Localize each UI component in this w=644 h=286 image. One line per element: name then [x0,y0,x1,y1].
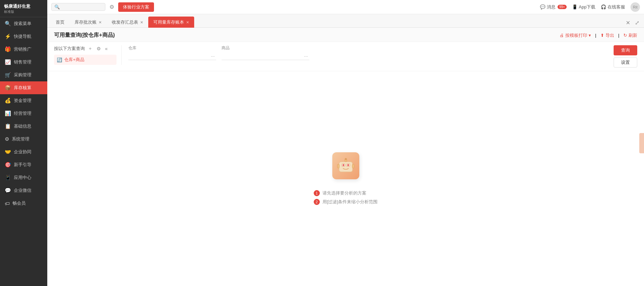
svg-point-3 [342,164,344,166]
refresh-label: 刷新 [628,32,637,38]
warehouse-more-icon[interactable]: ··· [211,53,215,59]
sidebar-item-basic-info[interactable]: 📋基础信息 [0,120,47,133]
tab-label-home: 首页 [56,19,65,25]
industry-solution-button[interactable]: 体验行业方案 [118,2,154,12]
tab-close-collect-summary[interactable]: ✕ [140,20,143,25]
sidebar-item-enterprise[interactable]: 🤝企业协同 [0,146,47,158]
goods-label: 商品 [222,45,309,51]
app-download-button[interactable]: 📱 App下载 [572,4,595,10]
page-title: 可用量查询(按仓库+商品) [54,32,115,39]
query-scheme-panel: 按以下方案查询 ＋ ⚙ « 🔄 仓库+商品 [54,45,122,65]
sidebar-item-label: 库存核算 [14,85,31,91]
customer-service-label: 在线客服 [608,4,625,10]
goods-more-icon[interactable]: ··· [304,53,308,59]
add-scheme-button[interactable]: ＋ [87,45,94,52]
sidebar-item-sales[interactable]: 📈销售管理 [0,56,47,69]
warehouse-input[interactable] [130,54,209,59]
warehouse-input-wrap[interactable]: ··· [128,52,216,60]
scheme-header-label: 按以下方案查询 [54,46,85,52]
newbie-icon: 🎯 [5,162,11,168]
close-tab-button[interactable]: ✕ [624,18,632,27]
search-icon: 🔍 [5,21,11,27]
tab-home[interactable]: 首页 [51,17,70,28]
tab-close-available-qty[interactable]: ✕ [186,20,189,25]
robot-icon [336,156,356,176]
system-icon: ⚙ [5,136,9,142]
action-buttons: 查询 设置 [608,45,637,68]
query-scheme-header: 按以下方案查询 ＋ ⚙ « [54,45,117,55]
tab-close-batch-ledger[interactable]: ✕ [99,20,102,25]
export-button[interactable]: ⬆ 导出 [600,32,614,38]
tab-label-batch-ledger: 库存批次账 [75,19,97,25]
goods-input-wrap[interactable]: ··· [222,52,309,60]
svg-point-6 [345,158,347,160]
notifications-button[interactable]: 💬 消息 99+ [540,4,567,10]
sidebar-item-label: 畅会员 [12,200,26,206]
sidebar-item-operations[interactable]: 📊经营管理 [0,107,47,120]
operations-icon: 📊 [5,110,11,116]
scheme-item-warehouse-goods[interactable]: 🔄 仓库+商品 [54,55,117,65]
export-label: 导出 [606,32,614,38]
main-area: 🔍 ⚙ 体验行业方案 💬 消息 99+ 📱 App下载 🎧 在线客服 Rit [47,0,644,286]
query-settings-button[interactable]: 设置 [614,57,637,68]
content-area: 可用量查询(按仓库+商品) 🖨 按模板打印 ▾ | ⬆ 导出 | ↻ 刷新 [47,28,644,286]
sidebar-item-inventory[interactable]: 📦库存核算 [0,81,47,94]
marketing-promo-icon: 🎁 [5,46,11,52]
topbar: 🔍 ⚙ 体验行业方案 💬 消息 99+ 📱 App下载 🎧 在线客服 Rit [47,0,644,14]
empty-hint-1: 1 请先选择要分析的方案 [314,190,378,196]
settings-icon[interactable]: ⚙ [108,2,115,11]
page-header-actions: 🖨 按模板打印 ▾ | ⬆ 导出 | ↻ 刷新 [560,32,637,38]
sidebar-item-search[interactable]: 🔍搜索菜单 [0,17,47,30]
avatar-text: Rit [633,5,637,9]
avatar[interactable]: Rit [630,2,640,12]
empty-illustration [329,152,363,186]
app-download-label: App下载 [579,4,595,10]
sidebar-item-label: 营销推广 [14,46,31,52]
headset-icon: 🎧 [601,4,606,9]
sidebar-item-newbie[interactable]: 🎯新手引导 [0,158,47,171]
svg-point-4 [347,164,349,166]
tab-collect-summary[interactable]: 收发存汇总表✕ [107,17,148,28]
chevron-down-icon: ▾ [589,33,591,38]
tabbar-actions: ✕ ⤢ [621,18,644,27]
goods-input[interactable] [223,54,303,59]
refresh-button[interactable]: ↻ 刷新 [623,32,637,38]
sidebar-item-label: 系统管理 [12,136,29,142]
sidebar-item-system[interactable]: ⚙系统管理 [0,133,47,146]
sales-icon: 📈 [5,59,11,65]
export-icon: ⬆ [600,33,604,38]
query-button[interactable]: 查询 [614,45,637,55]
sidebar-item-member[interactable]: 🏷畅会员 [0,197,47,210]
svg-rect-8 [352,164,354,168]
topbar-search-wrap[interactable]: 🔍 [51,3,105,11]
print-template-button[interactable]: 🖨 按模板打印 ▾ [560,32,591,38]
sidebar-item-app-center[interactable]: 📱应用中心 [0,171,47,184]
sidebar-item-label: 企业协同 [14,149,31,155]
app-center-icon: 📱 [5,175,11,181]
collapse-scheme-button[interactable]: « [104,46,109,52]
search-input[interactable] [61,5,95,9]
topbar-right: 💬 消息 99+ 📱 App下载 🎧 在线客服 Rit [540,2,640,12]
tab-batch-ledger[interactable]: 库存批次账✕ [70,17,107,28]
hint1-text: 请先选择要分析的方案 [323,190,366,196]
purchase-icon: 🛒 [5,72,11,78]
tab-available-qty[interactable]: 可用量库存账本✕ [148,17,194,28]
mobile-icon: 📱 [572,4,577,9]
sidebar-item-label: 快捷导航 [14,33,31,40]
sidebar-logo: 畅康通好生意 标准版 [0,0,47,17]
sidebar-item-shortcut[interactable]: ⚡快捷导航 [0,30,47,43]
query-section: 按以下方案查询 ＋ ⚙ « 🔄 仓库+商品 仓库 ··· [47,42,644,71]
right-scroll-handle[interactable] [639,133,644,153]
sidebar-item-funds[interactable]: 💰资金管理 [0,94,47,107]
expand-tab-button[interactable]: ⤢ [634,18,641,27]
app-edition: 标准版 [4,9,43,14]
edit-scheme-button[interactable]: ⚙ [96,46,102,52]
sidebar-item-label: 资金管理 [14,98,31,104]
customer-service-button[interactable]: 🎧 在线客服 [601,4,625,10]
scheme-label: 仓库+商品 [64,57,84,63]
sidebar-item-enterprise-wechat[interactable]: 💬企业微信 [0,184,47,197]
sidebar-item-label: 企业微信 [14,187,31,193]
sidebar-item-purchase[interactable]: 🛒采购管理 [0,69,47,81]
sidebar-item-marketing-promo[interactable]: 🎁营销推广 [0,43,47,56]
basic-info-icon: 📋 [5,123,11,129]
